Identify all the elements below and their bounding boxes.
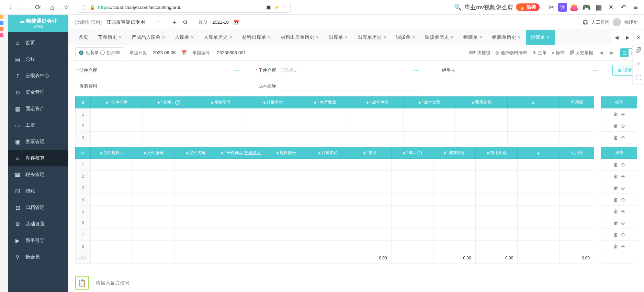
cell[interactable]	[133, 194, 175, 206]
gear-header[interactable]: ⚙	[76, 97, 91, 108]
tab-4[interactable]: 入库单历史✕	[199, 30, 237, 45]
col-header[interactable]: ◆	[508, 97, 560, 108]
tab-close-icon[interactable]: ✕	[383, 35, 386, 40]
col-header[interactable]: ◆*成本金额	[433, 147, 476, 159]
cell[interactable]	[455, 132, 508, 143]
doc-date-value[interactable]: 2023-06-06	[153, 50, 176, 55]
game-icon[interactable]: 🎮	[581, 2, 592, 12]
cell[interactable]	[391, 241, 433, 252]
dropdown-icon[interactable]: ﹀	[282, 4, 287, 10]
tab-7[interactable]: 出库单✕	[324, 30, 353, 45]
cell[interactable]	[133, 171, 175, 182]
cell[interactable]	[518, 159, 560, 171]
delete-icon[interactable]: 🗑	[613, 185, 618, 191]
delete-icon[interactable]: 🗑	[613, 209, 618, 214]
delete-icon[interactable]: 🗑	[613, 162, 618, 167]
add-icon[interactable]: ⊕	[621, 209, 625, 214]
cell[interactable]	[349, 171, 391, 182]
col-header[interactable]: ◆*成本金额	[403, 97, 455, 108]
search-icon[interactable]: 🔍	[454, 3, 462, 11]
table-row[interactable]: 1	[76, 159, 594, 171]
remark-input[interactable]	[96, 280, 637, 285]
tab-3[interactable]: 入库单✕	[170, 30, 199, 45]
cell[interactable]	[195, 120, 247, 132]
col-header[interactable]: ◆*生产数量	[299, 97, 351, 108]
date-picker-icon[interactable]: 📅	[181, 50, 187, 55]
col-header[interactable]: ◆父件编码	[133, 147, 175, 159]
cell[interactable]	[133, 217, 175, 229]
tab-close-icon[interactable]: ✕	[191, 35, 194, 40]
delete-icon[interactable]: 🗑	[613, 232, 618, 237]
cell[interactable]	[391, 206, 433, 217]
tab-1[interactable]: 车单历史✕	[93, 30, 127, 45]
cell[interactable]	[265, 171, 307, 182]
cell[interactable]	[91, 241, 133, 252]
cell[interactable]	[560, 217, 594, 229]
history-link[interactable]: 🗐历史单据	[569, 50, 593, 56]
cell[interactable]	[560, 206, 594, 217]
cell[interactable]	[391, 194, 433, 206]
operation-link[interactable]: ≡操作	[552, 50, 565, 56]
cell[interactable]	[265, 159, 307, 171]
rail-magic-icon[interactable]: ✧	[633, 57, 644, 71]
tab-close-icon[interactable]: ✕	[479, 35, 483, 40]
cell[interactable]	[175, 241, 217, 252]
tab-close-icon[interactable]: ✕	[518, 35, 521, 40]
cell[interactable]	[508, 120, 560, 132]
cell[interactable]	[433, 217, 476, 229]
col-header[interactable]: ◆*父件...?	[143, 97, 195, 108]
cell[interactable]	[518, 241, 560, 252]
cell[interactable]	[391, 159, 433, 171]
parent-wh-input[interactable]: ⋯	[101, 66, 240, 75]
sidebar-item-3[interactable]: ⊙资金管理	[8, 84, 68, 101]
prev-doc-arrow[interactable]: ◀	[598, 50, 604, 55]
address-bar[interactable]: ◯ 🔒 https://cloud.chanjet.com/accounting…	[78, 2, 291, 13]
tab-12[interactable]: 组装单历史✕	[487, 30, 526, 45]
col-header[interactable]: ◆	[518, 147, 560, 159]
sidebar-item-6[interactable]: ▣发票管理	[8, 133, 68, 150]
sidebar-item-1[interactable]: ▤总账	[8, 51, 68, 68]
forward-button[interactable]: 〉	[17, 2, 30, 12]
delete-icon[interactable]: 🗑	[613, 220, 618, 226]
period-value[interactable]: 2021-10	[212, 20, 229, 25]
tab-5[interactable]: 材料出库单✕	[237, 30, 276, 45]
cell[interactable]	[307, 217, 349, 229]
cell[interactable]	[349, 182, 391, 194]
tab-close-icon[interactable]: ✕	[268, 35, 271, 40]
add-icon[interactable]: ⊕	[621, 220, 625, 226]
qr-icon[interactable]: 🔳	[266, 5, 271, 10]
cell[interactable]	[307, 194, 349, 206]
cell[interactable]	[307, 206, 349, 217]
cell[interactable]	[349, 241, 391, 252]
cell[interactable]	[299, 120, 351, 132]
cell[interactable]	[91, 194, 133, 206]
table-row[interactable]: 2	[76, 171, 594, 182]
cell[interactable]	[265, 229, 307, 241]
cell[interactable]	[247, 132, 299, 143]
tab-10[interactable]: 调拨单历史✕	[420, 30, 459, 45]
tab-close-icon[interactable]: ✕	[118, 35, 122, 40]
cell[interactable]	[307, 171, 349, 182]
cell[interactable]	[247, 120, 299, 132]
cell[interactable]	[508, 108, 560, 120]
cell[interactable]	[475, 182, 518, 194]
rail-copy-icon[interactable]: 🗐	[633, 44, 644, 57]
create-voucher-link[interactable]: 🗎生单	[532, 50, 547, 56]
cell[interactable]	[433, 229, 476, 241]
sidebar-item-4[interactable]: ▦固定资产	[8, 101, 68, 117]
tab-close-icon[interactable]: ✕	[316, 35, 319, 40]
favorite-button[interactable]: ☆	[60, 2, 73, 12]
add-icon[interactable]: ⊕	[621, 112, 625, 117]
cell[interactable]	[560, 108, 594, 120]
cell[interactable]	[560, 159, 594, 171]
home-button[interactable]: ⌂	[46, 2, 58, 12]
back-button[interactable]: 〈	[3, 2, 15, 12]
cell[interactable]	[351, 108, 403, 120]
org-name[interactable]: 江西服宝测试专用	[106, 19, 145, 25]
cell[interactable]	[307, 241, 349, 252]
cell[interactable]	[265, 217, 307, 229]
cell[interactable]	[133, 229, 175, 241]
add-icon[interactable]: ⊕	[621, 174, 625, 179]
cell[interactable]	[433, 194, 476, 206]
new-button[interactable]: ＋	[171, 17, 178, 27]
